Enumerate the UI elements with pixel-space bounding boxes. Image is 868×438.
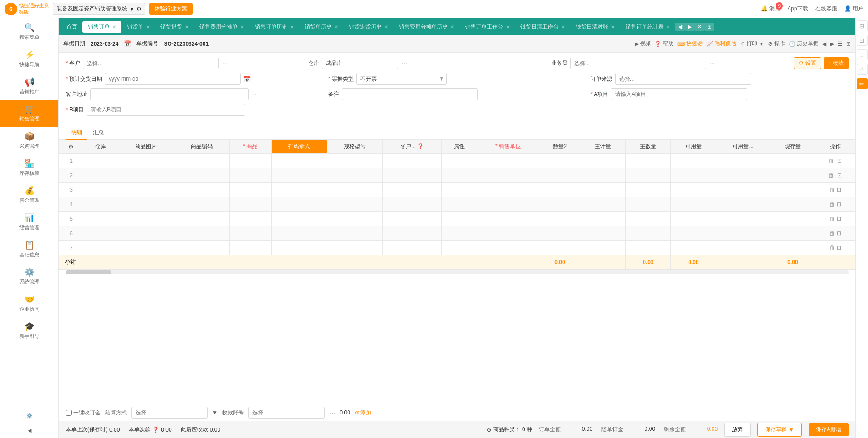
- sidebar-item-search[interactable]: 🔍 搜索菜单: [0, 18, 58, 45]
- row-1-copy-btn[interactable]: ⊡: [837, 158, 842, 164]
- tab-order-history[interactable]: 销售订单历史 ✕: [249, 21, 299, 33]
- right-icon-3[interactable]: ≡: [857, 49, 868, 60]
- row-2-warehouse[interactable]: [83, 168, 118, 183]
- tab-expense-split[interactable]: 销售费用分摊单 ✕: [194, 21, 249, 33]
- delivery-date-calendar-icon[interactable]: 📅: [243, 76, 251, 82]
- sidebar-item-inventory[interactable]: 🏪 库存核算: [0, 154, 58, 181]
- row-2-delete-btn[interactable]: 🗑: [829, 172, 834, 178]
- notification-area[interactable]: 🔔 9 消息: [761, 5, 780, 13]
- tab-home[interactable]: 首页: [61, 21, 82, 33]
- view-btn[interactable]: ▶ 视频: [635, 40, 651, 48]
- tab-summary[interactable]: 汇总: [87, 126, 109, 140]
- sidebar-item-enterprise[interactable]: 🤝 企业协同: [0, 290, 58, 317]
- row-1-sales-unit[interactable]: [477, 154, 539, 168]
- tab-close-sales-history[interactable]: ✕: [335, 24, 338, 29]
- scrollbar-thumb[interactable]: [66, 270, 111, 274]
- online-support[interactable]: 在线客服: [815, 5, 837, 13]
- row-1-main-qty[interactable]: [626, 154, 671, 168]
- sidebar-settings[interactable]: ⚙️: [0, 408, 58, 423]
- row-2-spec[interactable]: [327, 168, 383, 183]
- system-selector[interactable]: 装备及固定资产辅助管理系统 ▼ ⚙: [53, 3, 145, 15]
- delivery-date-input[interactable]: [105, 73, 241, 85]
- row-2-attributes[interactable]: [442, 168, 477, 183]
- bank-account-more-btn[interactable]: ···: [330, 409, 335, 416]
- row-2-current-stock[interactable]: [770, 168, 815, 183]
- row-2-scan[interactable]: [272, 168, 327, 183]
- row-1-main-unit[interactable]: [580, 154, 626, 168]
- tab-close-refund[interactable]: ✕: [185, 24, 189, 29]
- help-btn[interactable]: ❓ 帮助: [655, 40, 674, 48]
- tab-close-order-stats[interactable]: ✕: [666, 24, 670, 29]
- row-2-qty2[interactable]: [539, 168, 580, 183]
- tab-close-refund-history[interactable]: ✕: [384, 24, 388, 29]
- sidebar-item-sales[interactable]: 🛒 销售管理: [0, 100, 58, 127]
- row-1-product[interactable]: [229, 154, 272, 168]
- row-1-scan[interactable]: [272, 154, 327, 168]
- gear-icon[interactable]: ⚙: [136, 6, 141, 12]
- row-1-available-qty[interactable]: [671, 154, 716, 168]
- print-btn[interactable]: 🖨 打印 ▼: [740, 40, 764, 48]
- profit-btn[interactable]: 📈 毛利预估: [706, 40, 736, 48]
- user-area[interactable]: 👤 用户: [844, 5, 863, 13]
- tab-close-cash-reconcile[interactable]: ✕: [611, 24, 615, 29]
- staff-input[interactable]: [570, 58, 706, 69]
- tab-sales-order[interactable]: 销售订单 ✕: [82, 21, 121, 33]
- warehouse-more-btn[interactable]: ···: [402, 60, 407, 67]
- calendar-icon[interactable]: 📅: [124, 40, 131, 47]
- row-2-available-qty[interactable]: [671, 168, 716, 183]
- b-project-input[interactable]: [87, 104, 245, 116]
- discard-button[interactable]: 放弃: [724, 423, 751, 437]
- add-item-btn[interactable]: + 物流: [824, 57, 849, 69]
- tab-order-stats[interactable]: 销售订单统计表 ✕: [620, 21, 675, 33]
- tab-close-all-btn[interactable]: ✕: [694, 23, 704, 31]
- row-2-main-qty[interactable]: [626, 168, 671, 183]
- th-settings[interactable]: ⚙: [59, 140, 83, 154]
- address-more-btn[interactable]: ···: [252, 91, 258, 98]
- row-1-customer-code[interactable]: [383, 154, 442, 168]
- row-1-qty2[interactable]: [539, 154, 580, 168]
- right-icon-2[interactable]: ⊡: [857, 35, 868, 46]
- tab-sales-history[interactable]: 销货单历史 ✕: [299, 21, 344, 33]
- tab-order-workbench[interactable]: 销售订单工作台 ✕: [460, 21, 515, 33]
- sidebar-item-finance[interactable]: 💰 资金管理: [0, 181, 58, 208]
- right-icon-4[interactable]: ☆: [857, 64, 868, 75]
- tab-refund-history[interactable]: 销货退货历史 ✕: [344, 21, 393, 33]
- invoice-type-input[interactable]: [356, 73, 447, 85]
- sidebar-item-system[interactable]: ⚙️ 系统管理: [0, 263, 58, 290]
- sidebar-item-purchase[interactable]: 📦 采购管理: [0, 127, 58, 154]
- payment-method-input[interactable]: [131, 407, 208, 419]
- sidebar-item-basic-info[interactable]: 📋 基础信息: [0, 236, 58, 263]
- customer-input[interactable]: [83, 58, 219, 69]
- tab-cash-reconcile[interactable]: 钱货日清对账 ✕: [570, 21, 620, 33]
- right-icon-5[interactable]: ✏: [857, 78, 868, 89]
- tab-prev-btn[interactable]: ◀: [675, 23, 685, 31]
- payment-dropdown-icon[interactable]: ▼: [212, 409, 218, 416]
- staff-more-btn[interactable]: ···: [710, 60, 715, 67]
- save-draft-button[interactable]: 保存草稿 ▼: [757, 423, 802, 437]
- row-1-spec[interactable]: [327, 154, 383, 168]
- bank-account-input[interactable]: [248, 407, 325, 419]
- tab-close-order-workbench[interactable]: ✕: [506, 24, 509, 29]
- table-scrollbar[interactable]: [66, 270, 849, 274]
- row-2-main-unit[interactable]: [580, 168, 626, 183]
- tab-cash-daily-workbench[interactable]: 钱货日清工作台 ✕: [515, 21, 570, 33]
- pagination-next[interactable]: ▶: [830, 41, 834, 47]
- row-2-available-qty2[interactable]: [716, 168, 770, 183]
- row-2-product-code[interactable]: [174, 168, 229, 183]
- right-icon-1[interactable]: ⊞: [857, 20, 868, 31]
- tab-close-order-history[interactable]: ✕: [290, 24, 294, 29]
- pagination-prev[interactable]: ◀: [822, 41, 826, 47]
- sidebar-item-quicknav[interactable]: ⚡ 快捷导航: [0, 45, 58, 72]
- save-draft-dropdown-icon[interactable]: ▼: [789, 427, 794, 433]
- notes-input[interactable]: [342, 88, 478, 100]
- customer-more-btn[interactable]: ···: [223, 60, 228, 67]
- one-key-checkout-checkbox[interactable]: [66, 410, 72, 416]
- tab-close-sales-order[interactable]: ✕: [112, 24, 116, 29]
- row-2-sales-unit[interactable]: [477, 168, 539, 183]
- row-1-delete-btn[interactable]: 🗑: [829, 158, 834, 164]
- sidebar-item-operations[interactable]: 📊 经营管理: [0, 208, 58, 236]
- tab-sales-refund[interactable]: 销货退货 ✕: [155, 21, 194, 33]
- history-btn[interactable]: 🕐 历史单据: [789, 40, 819, 48]
- row-1-current-stock[interactable]: [770, 154, 815, 168]
- shortcut-btn[interactable]: ⌨ 快捷键: [677, 40, 703, 48]
